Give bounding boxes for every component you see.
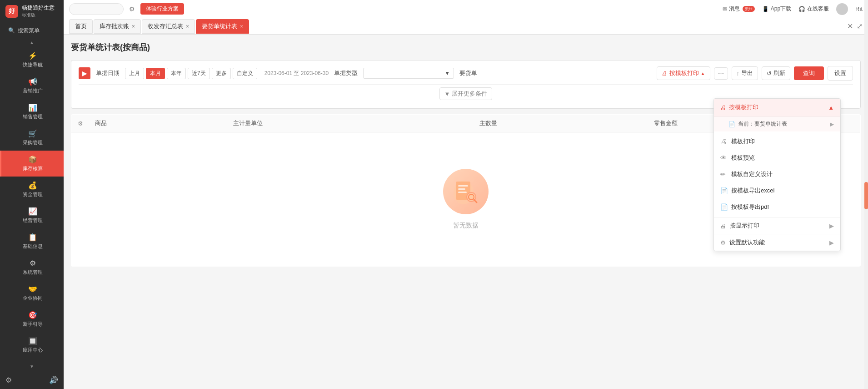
tab-inventory-batch[interactable]: 库存批次账 × xyxy=(94,19,141,34)
refresh-button[interactable]: ↺ 刷新 xyxy=(762,66,790,80)
right-scrollbar[interactable] xyxy=(864,0,868,389)
nav-icon-finance: 💰 xyxy=(28,181,37,190)
date-btn-7days[interactable]: 近7天 xyxy=(188,68,210,79)
date-btn-this-month[interactable]: 本月 xyxy=(146,68,165,79)
dropdown-header-arrow[interactable]: ▲ xyxy=(828,104,834,111)
dropdown-item-template-export-excel[interactable]: 📄 按模板导出excel xyxy=(714,182,840,199)
expand-more-icon: ▼ xyxy=(444,91,450,97)
date-btn-more[interactable]: 更多 xyxy=(212,68,231,79)
nav-icon-quick-nav: ⚡ xyxy=(28,51,37,60)
top-search-input[interactable] xyxy=(69,3,124,15)
sidebar-item-app-center[interactable]: 🔲 应用中心 xyxy=(0,332,64,358)
table-settings-icon[interactable]: ⚙ xyxy=(78,120,83,127)
set-default-group[interactable]: ⚙ 设置默认功能 ▶ xyxy=(714,234,840,251)
tab-order-stats[interactable]: 要货单统计表 × xyxy=(196,19,249,34)
sidebar-item-finance[interactable]: 💰 资金管理 xyxy=(0,177,64,202)
setting-button[interactable]: 设置 xyxy=(828,66,853,81)
export-button[interactable]: ↑ 导出 xyxy=(732,66,758,80)
sidebar-item-cooperation[interactable]: 🤝 企业协同 xyxy=(0,280,64,306)
tab-maximize-button[interactable]: ⤢ xyxy=(857,22,863,30)
sidebar-scroll-up[interactable]: ▲ xyxy=(0,38,64,47)
gear-button[interactable]: ⚙ xyxy=(127,4,137,15)
sidebar-item-quick-nav[interactable]: ⚡ 快捷导航 xyxy=(0,47,64,73)
type-dropdown[interactable]: ▼ xyxy=(363,68,454,79)
page-title: 要货单统计表(按商品) xyxy=(71,42,861,53)
user-name: Rit xyxy=(855,5,863,12)
item-icon-template-custom: ✏ xyxy=(720,171,728,178)
print-template-button[interactable]: 🖨 按模板打印 ▲ xyxy=(657,66,710,80)
item-label-template-print: 模板打印 xyxy=(731,137,755,146)
date-btn-last-month[interactable]: 上月 xyxy=(125,68,144,79)
filter-expand-icon[interactable]: ▶ xyxy=(79,67,90,79)
tab-home-label: 首页 xyxy=(75,22,87,30)
sidebar-item-purchase[interactable]: 🛒 采购管理 xyxy=(0,125,64,151)
current-icon: 📄 xyxy=(728,121,735,127)
item-icon-template-export-pdf: 📄 xyxy=(720,203,728,211)
filter-row: ▶ 单据日期 上月 本月 本年 近7天 更多 自定义 2023-06-01 至 … xyxy=(79,66,853,81)
display-print-group[interactable]: 🖨 按显示打印 ▶ xyxy=(714,217,840,234)
nav-label-basic: 基础信息 xyxy=(23,243,43,250)
search-menu[interactable]: 🔍 搜索菜单 xyxy=(0,23,64,38)
logo-text: 畅捷通好生意 标准版 xyxy=(22,5,55,18)
nav-icon-cooperation: 🤝 xyxy=(28,285,37,293)
date-label: 单据日期 xyxy=(96,69,120,77)
tab-home[interactable]: 首页 xyxy=(69,19,93,34)
item-label-template-export-excel: 按模板导出excel xyxy=(731,187,774,195)
dropdown-item-template-export-pdf[interactable]: 📄 按模板导出pdf xyxy=(714,199,840,215)
nav-label-quick-nav: 快捷导航 xyxy=(23,61,43,68)
col-settings[interactable]: ⚙ xyxy=(71,115,90,132)
tab-receipt-summary-label: 收发存汇总表 xyxy=(148,22,183,30)
header-left: ⚙ 体验行业方案 xyxy=(69,3,184,15)
app-download-action[interactable]: 📱 App下载 xyxy=(762,5,791,13)
date-btn-custom[interactable]: 自定义 xyxy=(233,68,257,79)
sidebar-nav: ⚡ 快捷导航 📢 营销推广 📊 销售管理 🛒 采购管理 📦 库存核算 💰 资金管… xyxy=(0,47,64,362)
tab-inventory-batch-close[interactable]: × xyxy=(132,23,135,30)
tab-receipt-summary[interactable]: 收发存汇总表 × xyxy=(142,19,195,34)
sidebar-scroll-down[interactable]: ▼ xyxy=(0,362,64,371)
sidebar-item-system[interactable]: ⚙ 系统管理 xyxy=(0,254,64,280)
date-btn-this-year[interactable]: 本年 xyxy=(167,68,186,79)
tab-receipt-summary-close[interactable]: × xyxy=(186,23,189,30)
dropdown-item-template-custom[interactable]: ✏ 模板自定义设计 xyxy=(714,166,840,182)
print-dropdown-menu: 🖨 按模板打印 ▲ 📄 当前：要货单统计表 ▶ 🖨 模板打印 👁 模板预览 ✏ xyxy=(713,98,841,251)
nav-label-cooperation: 企业协同 xyxy=(23,295,43,302)
message-action[interactable]: ✉ 消息 99+ xyxy=(723,5,755,13)
sidebar-item-sales[interactable]: 📊 销售管理 xyxy=(0,99,64,125)
display-print-arrow: ▶ xyxy=(829,222,834,229)
sidebar-item-basic[interactable]: 📋 基础信息 xyxy=(0,228,64,254)
trial-button[interactable]: 体验行业方案 xyxy=(140,3,184,15)
sidebar: 好 畅捷通好生意 标准版 🔍 搜索菜单 ▲ ⚡ 快捷导航 📢 营销推广 📊 销售… xyxy=(0,0,64,389)
sidebar-item-operation[interactable]: 📈 经营管理 xyxy=(0,202,64,228)
settings-icon[interactable]: ⚙ xyxy=(5,376,12,384)
tab-order-stats-close[interactable]: × xyxy=(240,23,243,30)
print-arrow-up: ▲ xyxy=(701,71,705,76)
nav-label-sales: 销售管理 xyxy=(23,113,43,120)
sidebar-item-inventory[interactable]: 📦 库存核算 xyxy=(0,151,64,177)
scrollbar-thumb[interactable] xyxy=(864,182,868,209)
current-template-item[interactable]: 📄 当前：要货单统计表 ▶ xyxy=(714,116,840,131)
sidebar-item-guide[interactable]: 🎯 新手引导 xyxy=(0,306,64,332)
logo-area: 好 畅捷通好生意 标准版 xyxy=(0,0,64,23)
dropdown-item-template-print[interactable]: 🖨 模板打印 xyxy=(714,133,840,150)
main-area: ⚙ 体验行业方案 ✉ 消息 99+ 📱 App下载 🎧 在线客服 Rit 首页 xyxy=(64,0,868,389)
nav-label-app-center: 应用中心 xyxy=(23,347,43,354)
item-label-template-custom: 模板自定义设计 xyxy=(731,170,773,178)
online-service-action[interactable]: 🎧 在线客服 xyxy=(798,5,829,13)
display-print-left: 🖨 按显示打印 xyxy=(720,222,759,230)
expand-more-button[interactable]: ▼ 展开更多条件 xyxy=(439,87,493,100)
nav-icon-sales: 📊 xyxy=(28,103,37,112)
avatar[interactable] xyxy=(836,3,848,15)
message-badge: 99+ xyxy=(743,6,755,12)
sidebar-item-marketing[interactable]: 📢 营销推广 xyxy=(0,73,64,99)
more-options-button[interactable]: ⋯ xyxy=(714,67,728,80)
query-button[interactable]: 查询 xyxy=(794,66,824,80)
tab-close-all-button[interactable]: ✕ xyxy=(847,22,853,30)
audio-icon[interactable]: 🔊 xyxy=(49,376,58,384)
dropdown-header: 🖨 按模板打印 ▲ xyxy=(714,99,840,116)
col-quantity: 主数量 xyxy=(474,115,649,132)
set-default-arrow: ▶ xyxy=(829,239,834,246)
dropdown-item-template-preview[interactable]: 👁 模板预览 xyxy=(714,150,840,166)
svg-rect-4 xyxy=(458,192,467,193)
date-range: 2023-06-01 至 2023-06-30 xyxy=(264,70,329,77)
sidebar-item-wechat[interactable]: 💬 企业微信 xyxy=(0,358,64,362)
